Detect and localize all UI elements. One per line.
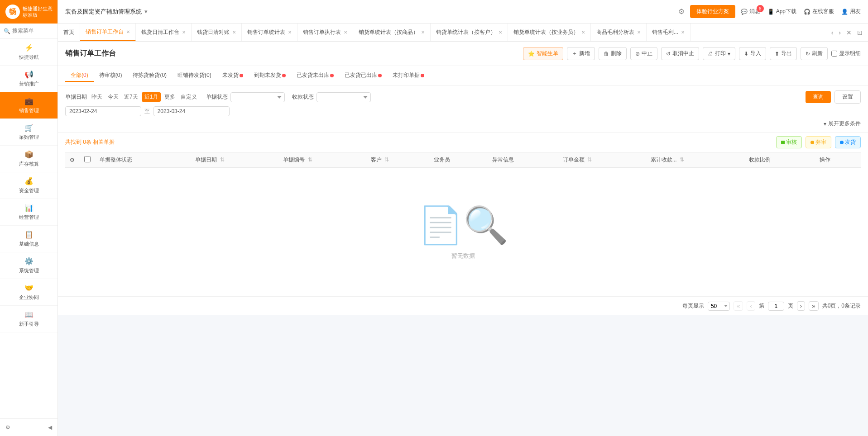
page-number-input[interactable] — [768, 302, 784, 311]
sidebar-item-base-info[interactable]: 📋 基础信息 — [0, 226, 58, 252]
th-amount[interactable]: 订单金额 ⇅ — [558, 152, 646, 168]
filter-tab-pending-inspect[interactable]: 待拣货验货(0) — [127, 70, 172, 82]
th-customer[interactable]: 客户 ⇅ — [366, 152, 429, 168]
filter-tab-not-shipped[interactable]: 未发货 — [217, 70, 249, 82]
last-page-button[interactable]: » — [809, 301, 818, 311]
tab-sales-more[interactable]: 销售毛利... ✕ — [647, 24, 691, 41]
tab-close-sales-workbench[interactable]: ✕ — [126, 29, 130, 34]
sort-customer-icon[interactable]: ⇅ — [384, 156, 389, 163]
tab-home[interactable]: 首页 — [58, 24, 80, 41]
ship-button[interactable]: 发货 — [835, 136, 861, 148]
tab-nav-next[interactable]: › — [837, 28, 843, 37]
sidebar-item-finance[interactable]: 💰 资金管理 — [0, 172, 58, 199]
tab-close-sales-exec[interactable]: ✕ — [344, 30, 347, 35]
export-button[interactable]: ⬆ 导出 — [770, 47, 797, 60]
tab-close-sales-by-staff[interactable]: ✕ — [581, 30, 585, 35]
tab-sales-by-product[interactable]: 销货单统计表（按商品） ✕ — [353, 24, 431, 41]
tab-nav-prev[interactable]: ‹ — [830, 28, 835, 37]
sort-amount-icon[interactable]: ⇅ — [587, 156, 592, 163]
tab-cash-daily[interactable]: 钱货日清工作台 ✕ — [136, 24, 192, 41]
message-button[interactable]: 💬 消息 6 — [741, 8, 760, 15]
topbar-settings-icon[interactable]: ⚙ — [678, 7, 685, 16]
sort-number-icon[interactable]: ⇅ — [308, 156, 312, 163]
tab-close-cash-daily[interactable]: ✕ — [182, 30, 186, 35]
tab-nav-close-all[interactable]: ✕ — [844, 28, 854, 37]
sort-date-icon[interactable]: ⇅ — [220, 156, 225, 163]
system-dropdown-btn[interactable]: ▾ — [144, 8, 148, 15]
tab-close-cash-reconcile[interactable]: ✕ — [232, 30, 236, 35]
tab-sales-by-staff[interactable]: 销货单统计表（按业务员） ✕ — [508, 24, 591, 41]
import-button[interactable]: ⬇ 导入 — [739, 47, 766, 60]
sidebar-item-search[interactable]: 🔍 搜索菜单 — [0, 24, 58, 39]
th-collected[interactable]: 累计收款... ⇅ — [646, 152, 744, 168]
tab-close-sales-by-product[interactable]: ✕ — [421, 30, 425, 35]
show-detail-checkbox[interactable] — [831, 51, 837, 57]
tab-nav-expand[interactable]: ⊡ — [855, 28, 864, 37]
date-to-input[interactable] — [153, 106, 230, 116]
show-detail-label[interactable]: 显示明细 — [831, 50, 861, 57]
th-checkbox[interactable] — [80, 152, 95, 168]
tab-close-sales-more[interactable]: ✕ — [681, 30, 685, 35]
date-today[interactable]: 今天 — [106, 92, 120, 102]
date-yesterday[interactable]: 昨天 — [90, 92, 104, 102]
date-from-input[interactable] — [65, 106, 141, 116]
date-1month[interactable]: 近1月 — [142, 92, 161, 102]
th-number[interactable]: 单据编号 ⇅ — [278, 152, 366, 168]
tab-close-sales-stat[interactable]: ✕ — [288, 30, 292, 35]
page-size-select[interactable]: 50 10 20 100 — [708, 302, 730, 311]
print-button[interactable]: 🖨 打印 ▾ — [703, 47, 735, 60]
sidebar-item-inventory[interactable]: 📦 库存核算 — [0, 146, 58, 172]
user-menu-button[interactable]: 👤 用友 — [841, 8, 861, 15]
filter-tab-shipped-out[interactable]: 已发货已出库 — [339, 70, 387, 82]
sidebar-collapse-button[interactable]: ◀ — [46, 422, 54, 432]
th-date[interactable]: 单据日期 ⇅ — [191, 152, 278, 168]
status-select[interactable] — [230, 92, 285, 102]
payment-select[interactable] — [317, 92, 371, 102]
sidebar-item-purchase[interactable]: 🛒 采购管理 — [0, 119, 58, 146]
sidebar-settings-button[interactable]: ⚙ — [4, 422, 12, 432]
sidebar-item-sales[interactable]: 💼 销售管理 — [0, 92, 58, 119]
tab-sales-workbench[interactable]: 销售订单工作台 ✕ — [80, 24, 136, 41]
sidebar-item-guide[interactable]: 📖 新手引导 — [0, 306, 58, 332]
trial-button[interactable]: 体验行业方案 — [690, 5, 735, 18]
filter-tab-pending-review[interactable]: 待审核(0) — [94, 70, 128, 82]
tab-sales-by-customer[interactable]: 销货单统计表（按客户） ✕ — [431, 24, 508, 41]
tab-sales-stat[interactable]: 销售订单统计表 ✕ — [242, 24, 297, 41]
date-more[interactable]: 更多 — [163, 92, 177, 102]
delete-button[interactable]: 🗑 删除 — [599, 47, 627, 60]
sidebar-item-system[interactable]: ⚙️ 系统管理 — [0, 252, 58, 279]
select-all-checkbox[interactable] — [84, 156, 91, 162]
query-button[interactable]: 查询 — [806, 91, 831, 103]
table-scroll-container[interactable]: ⚙ 单据整体状态 单据日期 ⇅ 单据编号 — [65, 152, 861, 296]
filter-tab-not-printed[interactable]: 未打印单据 — [387, 70, 430, 82]
sidebar-item-enterprise[interactable]: 🤝 企业协同 — [0, 279, 58, 306]
tab-cash-reconcile[interactable]: 钱货日清对账 ✕ — [192, 24, 242, 41]
refresh-button[interactable]: ↻ 刷新 — [801, 47, 828, 60]
tab-close-sales-by-customer[interactable]: ✕ — [499, 30, 502, 35]
expand-conditions-button[interactable]: ▾ 展开更多条件 — [824, 120, 861, 128]
unaudit-button[interactable]: 弃审 — [806, 136, 831, 148]
filter-tab-shipped-not-out[interactable]: 已发货未出库 — [291, 70, 339, 82]
th-gear[interactable]: ⚙ — [65, 152, 80, 168]
app-download-button[interactable]: 📱 App下载 — [767, 8, 796, 15]
date-7days[interactable]: 近7天 — [122, 92, 140, 102]
online-service-button[interactable]: 🎧 在线客服 — [804, 8, 834, 15]
setting-button[interactable]: 设置 — [834, 90, 861, 104]
add-button[interactable]: ＋ 新增 — [567, 47, 595, 60]
filter-tab-overdue-not-shipped[interactable]: 到期未发货 — [249, 70, 291, 82]
first-page-button[interactable]: « — [734, 301, 743, 311]
next-page-button[interactable]: › — [797, 301, 805, 311]
date-custom[interactable]: 自定义 — [179, 92, 199, 102]
prev-page-button[interactable]: ‹ — [747, 301, 755, 311]
suspend-button[interactable]: ⊘ 中止 — [630, 47, 657, 60]
cancel-suspend-button[interactable]: ↺ 取消中止 — [661, 47, 699, 60]
filter-tab-all[interactable]: 全部(0) — [65, 70, 94, 82]
smart-generate-button[interactable]: ⭐ 智能生单 — [523, 47, 563, 60]
filter-tab-wangpu[interactable]: 旺铺待发货(0) — [172, 70, 217, 82]
tab-close-product-margin[interactable]: ✕ — [637, 30, 641, 35]
tab-sales-exec[interactable]: 销售订单执行表 ✕ — [297, 24, 353, 41]
sidebar-item-quick-nav[interactable]: ⚡ 快捷导航 — [0, 39, 58, 66]
audit-button[interactable]: 审核 — [776, 136, 802, 148]
sidebar-item-operations[interactable]: 📊 经营管理 — [0, 199, 58, 226]
sidebar-item-marketing[interactable]: 📢 营销推广 — [0, 66, 58, 92]
